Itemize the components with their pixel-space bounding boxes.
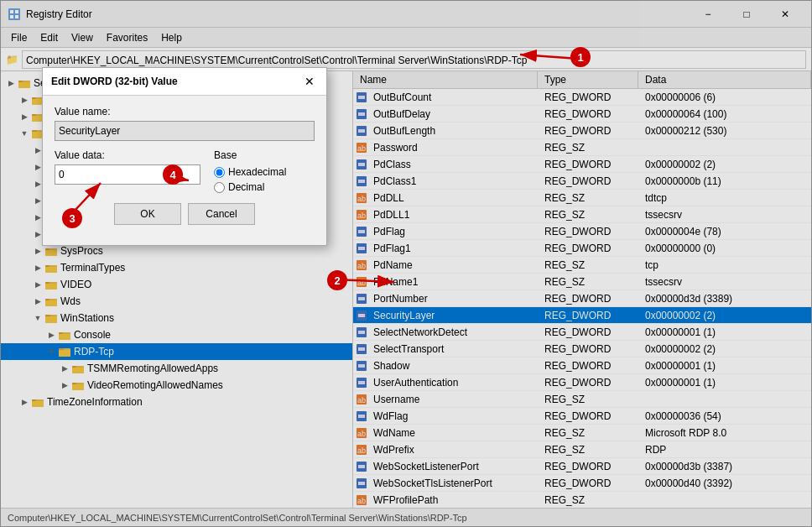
value-name-label: Value name: bbox=[55, 106, 315, 117]
base-column: Base Hexadecimal Decimal bbox=[214, 149, 315, 193]
value-data-column: Value data: bbox=[55, 149, 200, 193]
dialog-ok-button[interactable]: OK bbox=[114, 203, 181, 225]
dialog-close-button[interactable]: ✕ bbox=[301, 73, 318, 90]
dialog-body: Value name: Value data: Base Hexadecimal bbox=[43, 96, 326, 245]
radio-group-base: Hexadecimal Decimal bbox=[214, 166, 315, 193]
radio-hexadecimal[interactable]: Hexadecimal bbox=[214, 166, 315, 178]
radio-dec-input[interactable] bbox=[214, 182, 225, 193]
value-name-input bbox=[55, 121, 315, 141]
dialog-data-row: Value data: Base Hexadecimal Decimal bbox=[55, 149, 315, 193]
dialog-title-bar: Edit DWORD (32-bit) Value ✕ bbox=[43, 68, 326, 96]
radio-dec-label: Decimal bbox=[228, 181, 264, 193]
value-data-label: Value data: bbox=[55, 149, 200, 161]
radio-decimal[interactable]: Decimal bbox=[214, 181, 315, 193]
dialog-overlay: Edit DWORD (32-bit) Value ✕ Value name: … bbox=[0, 0, 812, 527]
dialog-cancel-button[interactable]: Cancel bbox=[188, 203, 255, 225]
radio-hex-label: Hexadecimal bbox=[228, 166, 286, 178]
radio-hex-input[interactable] bbox=[214, 167, 225, 178]
base-label: Base bbox=[214, 149, 315, 161]
dialog-title-text: Edit DWORD (32-bit) Value bbox=[51, 76, 178, 87]
dialog-buttons: OK Cancel bbox=[55, 203, 315, 235]
edit-dword-dialog: Edit DWORD (32-bit) Value ✕ Value name: … bbox=[42, 67, 327, 246]
value-data-input[interactable] bbox=[55, 164, 200, 185]
